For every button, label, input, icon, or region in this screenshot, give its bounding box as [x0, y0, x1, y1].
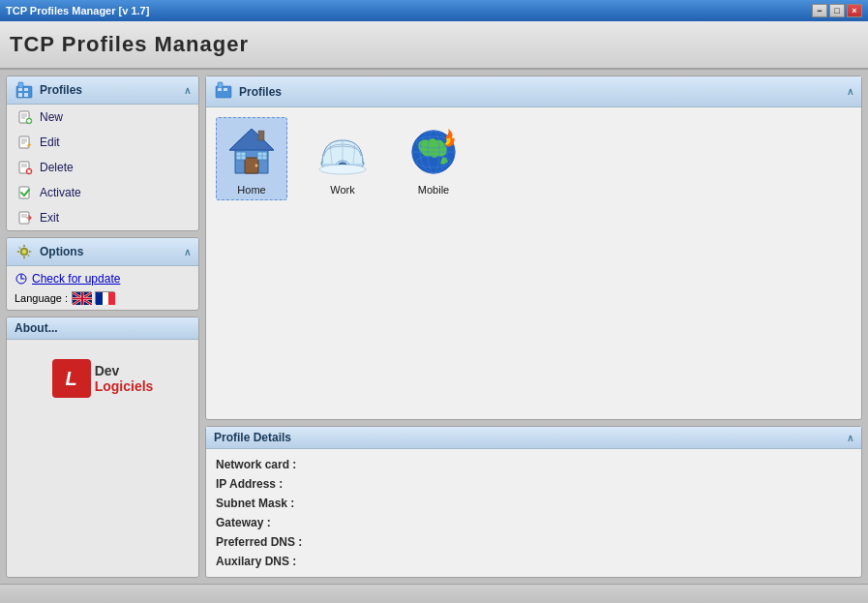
edit-icon	[16, 134, 34, 151]
language-label: Language :	[15, 292, 68, 304]
profiles-section: Profiles ∧	[6, 75, 199, 231]
detail-preferred-dns: Preferred DNS :	[216, 532, 852, 552]
main-layout: Profiles ∧	[0, 70, 868, 584]
profile-item-work[interactable]: Work	[307, 117, 378, 200]
svg-point-64	[319, 165, 366, 174]
logo-letter: L	[66, 368, 77, 390]
svg-point-50	[255, 165, 258, 167]
activate-icon	[16, 184, 34, 201]
new-icon	[16, 108, 34, 126]
mobile-profile-label: Mobile	[418, 184, 449, 196]
work-profile-icon	[314, 122, 372, 180]
profiles-box-label: Profiles	[239, 85, 282, 99]
options-section: Options ∧ Check for update Language :	[6, 237, 199, 311]
svg-rect-4	[18, 93, 22, 97]
svg-rect-46	[224, 88, 227, 91]
detail-gateway: Gateway :	[216, 513, 852, 532]
svg-rect-5	[24, 93, 28, 97]
details-box-header: Profile Details ∧	[206, 427, 861, 449]
profiles-section-label: Profiles	[40, 83, 82, 97]
svg-rect-41	[103, 292, 108, 305]
home-profile-icon	[223, 122, 281, 180]
check-update-link[interactable]: Check for update	[15, 272, 191, 286]
maximize-button[interactable]: □	[829, 4, 845, 17]
close-button[interactable]: ×	[847, 4, 862, 17]
logo-icon: L	[52, 359, 91, 398]
profiles-box-header: Profiles ∧	[206, 76, 861, 107]
svg-point-29	[22, 250, 26, 254]
menu-item-exit[interactable]: Exit	[7, 205, 198, 230]
profile-item-home[interactable]: Home	[216, 117, 287, 200]
profiles-menu: New Edit	[7, 105, 198, 230]
about-header: About...	[7, 317, 198, 340]
menu-item-activate[interactable]: Activate	[7, 180, 198, 205]
options-content: Check for update Language :	[7, 266, 198, 310]
detail-network-card: Network card :	[216, 455, 852, 474]
profile-item-mobile[interactable]: Mobile	[398, 117, 469, 200]
exit-icon	[16, 209, 34, 226]
menu-item-delete[interactable]: Delete	[7, 155, 198, 180]
logo-log-text: Logiciels	[95, 378, 154, 394]
title-bar-buttons: − □ ×	[812, 4, 862, 17]
language-row: Language :	[15, 291, 191, 304]
svg-rect-2	[18, 88, 22, 91]
svg-rect-45	[218, 88, 222, 91]
home-profile-label: Home	[237, 184, 265, 196]
detail-ip-address: IP Address :	[216, 474, 852, 494]
svg-rect-40	[96, 292, 103, 305]
svg-rect-42	[108, 292, 115, 305]
menu-item-edit-label: Edit	[40, 136, 60, 149]
flag-fr[interactable]	[95, 291, 114, 304]
delete-icon	[16, 159, 34, 176]
details-box: Profile Details ∧ Network card : IP Addr…	[205, 426, 862, 578]
app-header: TCP Profiles Manager	[0, 21, 868, 70]
menu-item-new[interactable]: New	[7, 105, 198, 130]
profiles-section-icon	[15, 80, 34, 100]
options-section-header: Options ∧	[7, 238, 198, 266]
flag-uk[interactable]	[72, 291, 91, 304]
menu-item-delete-label: Delete	[40, 161, 74, 174]
options-section-label: Options	[40, 245, 83, 258]
check-update-text: Check for update	[32, 272, 120, 286]
status-bar	[0, 584, 868, 603]
svg-rect-44	[218, 82, 223, 88]
profiles-section-header: Profiles ∧	[7, 76, 198, 105]
profiles-header-left: Profiles	[15, 80, 82, 100]
menu-item-exit-label: Exit	[40, 211, 59, 225]
svg-rect-39	[81, 292, 83, 305]
app-title: TCP Profiles Manager	[10, 32, 249, 57]
profiles-box: Profiles ∧	[205, 75, 862, 420]
detail-auxilary-dns: Auxilary DNS :	[216, 552, 852, 571]
mobile-profile-icon	[404, 122, 463, 180]
update-icon	[15, 272, 28, 286]
about-content: L Dev Logiciels	[7, 340, 198, 417]
logo-area: L Dev Logiciels	[52, 359, 154, 398]
about-section: About... L Dev Logiciels	[6, 317, 199, 578]
menu-item-edit[interactable]: Edit	[7, 130, 198, 155]
title-bar: TCP Profiles Manager [v 1.7] − □ ×	[0, 0, 868, 21]
logo-text: Dev Logiciels	[95, 363, 154, 394]
menu-item-activate-label: Activate	[40, 186, 81, 199]
menu-item-new-label: New	[40, 110, 63, 124]
details-content: Network card : IP Address : Subnet Mask …	[206, 449, 861, 577]
work-profile-label: Work	[330, 184, 354, 196]
profiles-box-collapse[interactable]: ∧	[847, 86, 853, 97]
detail-subnet-mask: Subnet Mask :	[216, 494, 852, 513]
options-collapse-btn[interactable]: ∧	[184, 247, 191, 257]
svg-marker-48	[229, 129, 274, 150]
profiles-box-header-left: Profiles	[214, 80, 282, 103]
options-section-icon	[15, 242, 34, 261]
left-panel: Profiles ∧	[6, 75, 199, 578]
svg-rect-3	[24, 88, 28, 91]
options-header-left: Options	[15, 242, 83, 261]
svg-rect-1	[18, 82, 23, 88]
right-panel: Profiles ∧	[205, 75, 862, 578]
profiles-grid: Home	[206, 107, 861, 210]
minimize-button[interactable]: −	[812, 4, 827, 17]
profiles-box-icon	[214, 80, 233, 103]
svg-rect-57	[258, 131, 264, 140]
title-bar-text: TCP Profiles Manager [v 1.7]	[6, 5, 149, 16]
details-box-label: Profile Details	[214, 431, 291, 444]
profiles-collapse-btn[interactable]: ∧	[184, 85, 191, 96]
details-collapse-btn[interactable]: ∧	[847, 433, 853, 443]
